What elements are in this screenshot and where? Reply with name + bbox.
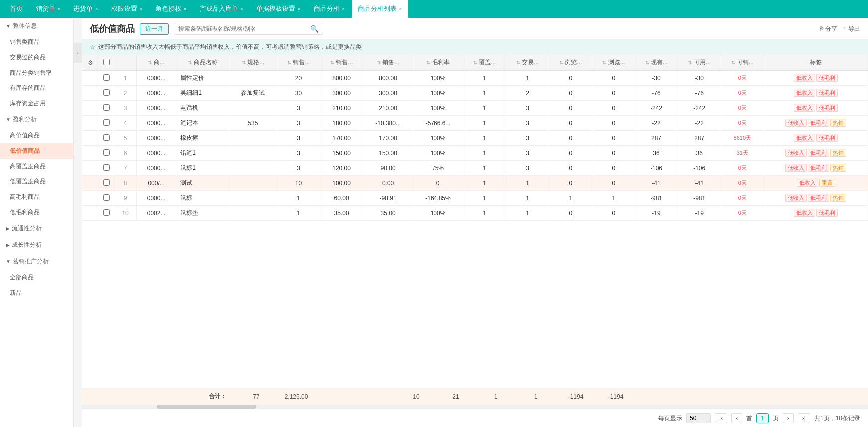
row-checkbox[interactable] [103, 104, 110, 111]
th-s3[interactable]: ⇅ 销售... [363, 55, 413, 71]
th-s2[interactable]: ⇅ 销售... [320, 55, 363, 71]
share-btn[interactable]: ⎘ 分享 [820, 25, 837, 33]
th-cov[interactable]: ⇅ 覆盖... [463, 55, 506, 71]
td-checkbox[interactable] [99, 176, 114, 191]
th-days[interactable]: ⇅ 可销... [721, 55, 764, 71]
sidebar-item-traded-goods[interactable]: 交易过的商品 [0, 50, 73, 65]
td-browse1[interactable]: 0 [549, 71, 592, 86]
sidebar-group-overall[interactable]: ▼ 整体信息 [0, 18, 73, 34]
td-browse1[interactable]: 0 [549, 101, 592, 116]
row-checkbox[interactable] [103, 74, 110, 81]
nav-template[interactable]: 单据模板设置 × [250, 0, 306, 18]
browse1-link[interactable]: 0 [569, 180, 572, 187]
nav-sales[interactable]: 销货单 × [30, 0, 66, 18]
td-browse1[interactable]: 0 [549, 206, 592, 221]
row-checkbox[interactable] [103, 209, 110, 216]
nav-home[interactable]: 首页 [4, 0, 29, 18]
td-checkbox[interactable] [99, 116, 114, 131]
row-checkbox[interactable] [103, 134, 110, 141]
select-all-checkbox[interactable] [103, 59, 110, 65]
nav-role[interactable]: 角色授权 × [149, 0, 192, 18]
td-browse1[interactable]: 0 [549, 131, 592, 146]
th-settings[interactable]: ⚙ [82, 55, 99, 71]
browse1-link[interactable]: 0 [569, 165, 572, 172]
prev-page-btn[interactable]: ‹ [731, 413, 742, 423]
sidebar-item-category-rate[interactable]: 商品分类销售率 [0, 65, 73, 81]
browse1-link[interactable]: 0 [569, 90, 572, 97]
browse1-link[interactable]: 0 [569, 120, 572, 127]
sidebar-item-low-margin[interactable]: 低毛利商品 [0, 205, 73, 220]
td-checkbox[interactable] [99, 131, 114, 146]
nav-analysis-list[interactable]: 商品分析列表 × [352, 0, 408, 18]
th-browse1[interactable]: ⇅ 浏览... [549, 55, 592, 71]
th-avail[interactable]: ⇅ 可用... [678, 55, 721, 71]
row-checkbox[interactable] [103, 164, 110, 171]
per-page-select[interactable]: 50 100 200 [686, 413, 711, 423]
sidebar-item-high-coverage[interactable]: 高覆盖度商品 [0, 159, 73, 174]
th-browse2[interactable]: ⇅ 浏览... [592, 55, 635, 71]
browse1-link[interactable]: 0 [569, 135, 572, 142]
browse1-link[interactable]: 1 [569, 195, 572, 202]
td-checkbox[interactable] [99, 206, 114, 221]
td-checkbox[interactable] [99, 146, 114, 161]
sidebar-group-profit[interactable]: ▼ 盈利分析 [0, 111, 73, 128]
sidebar-group-marketing[interactable]: ▼ 营销推广分析 [0, 253, 73, 270]
nav-analysis[interactable]: 商品分析 × [308, 0, 351, 18]
th-name[interactable]: ⇅ 商品名称 [176, 55, 229, 71]
nav-close-analysis-list[interactable]: × [399, 6, 402, 12]
nav-close-sales[interactable]: × [57, 6, 60, 12]
filter-btn[interactable]: 近一月 [140, 23, 169, 35]
last-page-btn[interactable]: ›| [798, 413, 810, 423]
browse1-link[interactable]: 0 [569, 75, 572, 82]
sidebar-item-stock-goods[interactable]: 有库存的商品 [0, 80, 73, 96]
td-browse1[interactable]: 0 [549, 116, 592, 131]
td-browse1[interactable]: 0 [549, 146, 592, 161]
td-checkbox[interactable] [99, 191, 114, 206]
nav-close-template[interactable]: × [297, 6, 300, 12]
td-checkbox[interactable] [99, 86, 114, 101]
th-s1[interactable]: ⇅ 销售... [277, 55, 320, 71]
first-page-btn[interactable]: |‹ [715, 413, 727, 423]
th-stock[interactable]: ⇅ 现有... [635, 55, 678, 71]
nav-close-product-in[interactable]: × [240, 6, 243, 12]
td-browse1[interactable]: 0 [549, 176, 592, 191]
th-checkbox[interactable] [99, 55, 114, 71]
next-page-btn[interactable]: › [783, 413, 794, 423]
browse1-link[interactable]: 0 [569, 210, 572, 217]
search-icon[interactable]: 🔍 [310, 25, 319, 33]
sidebar-item-low-coverage[interactable]: 低覆盖度商品 [0, 174, 73, 189]
th-trade[interactable]: ⇅ 交易... [506, 55, 549, 71]
sidebar-collapse-btn[interactable]: ‹ [74, 43, 82, 63]
sidebar-item-new-goods[interactable]: 新品 [0, 285, 73, 301]
sidebar-item-high-value[interactable]: 高价值商品 [0, 128, 73, 143]
td-browse1[interactable]: 0 [549, 86, 592, 101]
nav-close-permission[interactable]: × [139, 6, 142, 12]
scrollbar-thumb[interactable] [157, 405, 256, 409]
td-checkbox[interactable] [99, 71, 114, 86]
td-checkbox[interactable] [99, 101, 114, 116]
row-checkbox[interactable] [103, 179, 110, 186]
sidebar-item-sales-goods[interactable]: 销售类商品 [0, 34, 73, 50]
nav-product-in[interactable]: 产成品入库单 × [194, 0, 249, 18]
row-checkbox[interactable] [103, 119, 110, 126]
scrollbar-track[interactable] [82, 405, 868, 409]
sidebar-group-growth[interactable]: ▶ 成长性分析 [0, 237, 73, 253]
browse1-link[interactable]: 0 [569, 150, 572, 157]
nav-close-analysis[interactable]: × [342, 6, 345, 12]
nav-permission[interactable]: 权限设置 × [105, 0, 148, 18]
sidebar-item-stock-capital[interactable]: 库存资金占用 [0, 96, 73, 111]
nav-close-role[interactable]: × [183, 6, 186, 12]
sidebar-group-liquidity[interactable]: ▶ 流通性分析 [0, 220, 73, 237]
export-btn[interactable]: ↑ 导出 [843, 25, 860, 33]
th-code[interactable]: ⇅ 商... [136, 55, 176, 71]
sidebar-item-low-value[interactable]: 低价值商品 [0, 143, 73, 159]
search-input[interactable] [178, 25, 307, 32]
td-browse1[interactable]: 0 [549, 161, 592, 176]
sidebar-item-high-margin[interactable]: 高毛利商品 [0, 189, 73, 205]
sidebar-item-all-goods[interactable]: 全部商品 [0, 270, 73, 285]
row-checkbox[interactable] [103, 149, 110, 156]
nav-close-purchase[interactable]: × [95, 6, 98, 12]
td-checkbox[interactable] [99, 161, 114, 176]
nav-purchase[interactable]: 进货单 × [67, 0, 104, 18]
row-checkbox[interactable] [103, 194, 110, 201]
